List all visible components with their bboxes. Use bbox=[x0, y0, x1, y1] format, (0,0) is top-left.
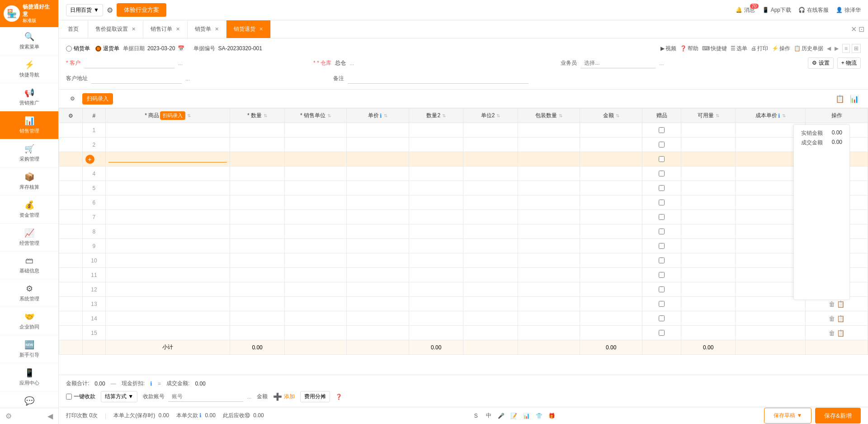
row-pack-14[interactable] bbox=[518, 311, 580, 326]
row-gift-8[interactable] bbox=[642, 224, 681, 239]
sidebar-item-sales[interactable]: 📊 销售管理 bbox=[0, 111, 58, 139]
row-delete-13[interactable]: 🗑 bbox=[829, 300, 835, 308]
row-gift-4[interactable] bbox=[642, 167, 681, 181]
industry-dropdown[interactable]: 日用百货 ▼ bbox=[66, 4, 103, 16]
row-gift-6[interactable] bbox=[642, 195, 681, 210]
row-amount-11[interactable] bbox=[580, 268, 642, 282]
tab-close-all-btn[interactable]: ✕ bbox=[851, 25, 857, 33]
panel-icon-1[interactable]: 📋 bbox=[834, 94, 846, 104]
row-available-8[interactable] bbox=[681, 224, 736, 239]
row-amount-9[interactable] bbox=[580, 239, 642, 253]
tab-close-price-settings[interactable]: ✕ bbox=[132, 26, 136, 32]
history-link[interactable]: 📋 历史单据 bbox=[794, 45, 823, 52]
row-product-5[interactable] bbox=[106, 181, 230, 195]
sidebar-item-enterprise[interactable]: 🤝 企业协同 bbox=[0, 307, 58, 335]
row-amount-6[interactable] bbox=[580, 195, 642, 210]
row-amount-13[interactable] bbox=[580, 297, 642, 311]
gift-checkbox-13[interactable] bbox=[659, 301, 665, 307]
row-gift-9[interactable] bbox=[642, 239, 681, 253]
row-unit2-4[interactable] bbox=[463, 167, 518, 181]
row-qty2-6[interactable] bbox=[409, 195, 463, 210]
row-available-3[interactable] bbox=[681, 152, 736, 167]
row-pack-2[interactable] bbox=[518, 138, 580, 152]
row-unit-9[interactable] bbox=[284, 239, 347, 253]
row-qty2-8[interactable] bbox=[409, 224, 463, 239]
row-pack-7[interactable] bbox=[518, 210, 580, 224]
salesperson-input[interactable] bbox=[580, 58, 656, 68]
row-gift-3[interactable] bbox=[642, 152, 681, 167]
gift-checkbox-1[interactable] bbox=[659, 127, 665, 133]
row-amount-8[interactable] bbox=[580, 224, 642, 239]
row-qty2-1[interactable] bbox=[409, 123, 463, 138]
row-available-11[interactable] bbox=[681, 268, 736, 282]
sidebar-item-appstore[interactable]: 📱 应用中心 bbox=[0, 363, 58, 391]
save-new-btn[interactable]: 保存&新增 bbox=[815, 408, 861, 424]
row-gift-5[interactable] bbox=[642, 181, 681, 195]
row-price-5[interactable] bbox=[347, 181, 409, 195]
footer-tool-2[interactable]: 中 bbox=[483, 410, 494, 421]
save-draft-btn[interactable]: 保存草稿 ▼ bbox=[764, 408, 812, 424]
row-product-11[interactable] bbox=[106, 268, 230, 282]
row-unit2-1[interactable] bbox=[463, 123, 518, 138]
row-copy-15[interactable]: 📋 bbox=[837, 329, 844, 337]
gift-checkbox-5[interactable] bbox=[659, 185, 665, 191]
row-qty-13[interactable] bbox=[230, 297, 284, 311]
row-available-4[interactable] bbox=[681, 167, 736, 181]
tab-maximize-btn[interactable]: ⊡ bbox=[859, 25, 864, 33]
row-amount-3[interactable] bbox=[580, 152, 642, 167]
row-available-15[interactable] bbox=[681, 326, 736, 340]
gift-checkbox-12[interactable] bbox=[659, 286, 665, 292]
customer-input[interactable] bbox=[84, 58, 175, 68]
row-pack-3[interactable] bbox=[518, 152, 580, 167]
row-pack-8[interactable] bbox=[518, 224, 580, 239]
row-qty2-5[interactable] bbox=[409, 181, 463, 195]
tab-price-settings[interactable]: 售价提取设置 ✕ bbox=[88, 20, 143, 38]
row-unit-7[interactable] bbox=[284, 210, 347, 224]
row-unit-4[interactable] bbox=[284, 167, 347, 181]
sort-unit2-icon[interactable]: ⇅ bbox=[496, 113, 500, 118]
fee-split-info-icon[interactable]: ❓ bbox=[335, 394, 342, 400]
sort-product-icon[interactable]: ⇅ bbox=[187, 113, 191, 118]
row-unit2-3[interactable] bbox=[463, 152, 518, 167]
row-unit2-8[interactable] bbox=[463, 224, 518, 239]
gift-checkbox-10[interactable] bbox=[659, 257, 665, 263]
row-unit-10[interactable] bbox=[284, 253, 347, 268]
logistics-btn[interactable]: + 物流 bbox=[837, 57, 861, 69]
sidebar-item-guide[interactable]: 🆕 新手引导 bbox=[0, 335, 58, 363]
notification-btn[interactable]: 🔔 70 消息 bbox=[736, 6, 755, 14]
tab-close-sales-order[interactable]: ✕ bbox=[176, 26, 180, 32]
sidebar-item-basics[interactable]: 🗃 基础信息 bbox=[0, 252, 58, 279]
footer-tool-7[interactable]: 🎁 bbox=[547, 410, 557, 421]
help-link[interactable]: ❓ 帮助 bbox=[680, 45, 698, 52]
row-price-15[interactable] bbox=[347, 326, 409, 340]
price-info-icon[interactable]: ℹ bbox=[380, 113, 382, 119]
row-qty2-14[interactable] bbox=[409, 311, 463, 326]
row-unit2-2[interactable] bbox=[463, 138, 518, 152]
row-amount-14[interactable] bbox=[580, 311, 642, 326]
online-service-btn[interactable]: 🎧 在线客服 bbox=[798, 6, 829, 14]
add-row-btn[interactable]: + bbox=[85, 155, 94, 164]
row-product-3[interactable] bbox=[106, 152, 230, 167]
row-cost-14[interactable] bbox=[736, 311, 806, 326]
sort-amount-icon[interactable]: ⇅ bbox=[616, 113, 619, 118]
row-product-14[interactable] bbox=[106, 311, 230, 326]
column-settings-btn[interactable]: ⚙ bbox=[66, 92, 79, 105]
row-gift-13[interactable] bbox=[642, 297, 681, 311]
footer-tool-3[interactable]: 🎤 bbox=[496, 410, 507, 421]
row-qty-14[interactable] bbox=[230, 311, 284, 326]
row-product-8[interactable] bbox=[106, 224, 230, 239]
row-qty-9[interactable] bbox=[230, 239, 284, 253]
cash-discount-info-icon[interactable]: ℹ bbox=[150, 381, 152, 387]
row-gift-11[interactable] bbox=[642, 268, 681, 282]
row-qty-10[interactable] bbox=[230, 253, 284, 268]
calendar-icon[interactable]: 📅 bbox=[178, 45, 184, 52]
row-qty2-2[interactable] bbox=[409, 138, 463, 152]
row-pack-15[interactable] bbox=[518, 326, 580, 340]
product-input-3[interactable] bbox=[108, 156, 227, 162]
row-price-10[interactable] bbox=[347, 253, 409, 268]
sidebar-collapse-btn[interactable]: ◀ bbox=[47, 412, 53, 420]
row-qty2-10[interactable] bbox=[409, 253, 463, 268]
sidebar-item-system[interactable]: ⚙ 系统管理 bbox=[0, 279, 58, 307]
footer-tool-1[interactable]: S bbox=[471, 410, 481, 421]
row-unit2-5[interactable] bbox=[463, 181, 518, 195]
